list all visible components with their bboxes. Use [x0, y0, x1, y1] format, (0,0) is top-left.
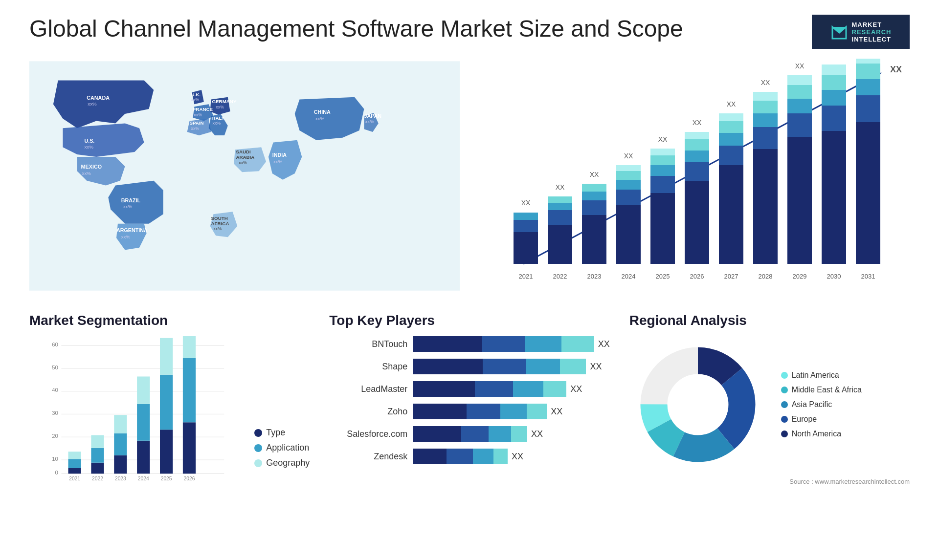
world-map-svg: CANADA xx% U.S. xx% MEXICO xx% BRAZIL xx…: [29, 59, 460, 293]
svg-text:2026: 2026: [690, 273, 704, 280]
svg-rect-79: [719, 113, 743, 121]
svg-text:10: 10: [52, 456, 58, 462]
svg-text:2025: 2025: [161, 476, 172, 481]
svg-text:2021: 2021: [69, 476, 80, 481]
svg-text:GERMANY: GERMANY: [212, 99, 237, 104]
svg-rect-92: [787, 85, 812, 99]
svg-rect-126: [68, 452, 81, 459]
svg-text:FRANCE: FRANCE: [193, 107, 213, 112]
svg-text:2031: 2031: [861, 273, 875, 280]
svg-text:SAUDI: SAUDI: [236, 149, 251, 154]
svg-text:30: 30: [52, 410, 58, 416]
reg-legend-mea: Middle East & Africa: [781, 386, 862, 394]
svg-text:ARABIA: ARABIA: [236, 154, 254, 160]
svg-text:xx%: xx%: [213, 226, 222, 231]
player-xx-bntouch: XX: [598, 339, 610, 349]
svg-rect-129: [91, 448, 104, 463]
svg-text:2029: 2029: [793, 273, 807, 280]
svg-rect-130: [91, 435, 104, 448]
svg-rect-55: [616, 190, 641, 205]
svg-text:SPAIN: SPAIN: [190, 120, 204, 126]
svg-rect-104: [856, 95, 880, 122]
svg-marker-1: [832, 27, 846, 33]
svg-rect-100: [822, 65, 846, 75]
source-text: Source : www.marketresearchintellect.com: [629, 478, 910, 485]
player-row: Zoho XX: [329, 404, 609, 419]
svg-rect-69: [685, 162, 709, 181]
svg-rect-72: [685, 132, 709, 139]
svg-rect-57: [616, 171, 641, 180]
svg-text:MEXICO: MEXICO: [81, 164, 102, 170]
svg-text:2026: 2026: [184, 476, 195, 481]
svg-text:xx%: xx%: [239, 160, 247, 165]
svg-text:60: 60: [52, 342, 58, 347]
svg-text:xx%: xx%: [191, 97, 199, 102]
player-name-leadmaster: LeadMaster: [329, 384, 407, 394]
northam-label: North America: [792, 430, 841, 438]
svg-rect-78: [719, 121, 743, 133]
svg-text:20: 20: [52, 433, 58, 439]
svg-rect-96: [822, 131, 846, 264]
svg-rect-65: [650, 149, 675, 155]
svg-text:XX: XX: [727, 100, 736, 108]
player-row: LeadMaster XX: [329, 381, 609, 397]
svg-text:XX: XX: [556, 183, 565, 191]
logo-box: MARKET RESEARCH INTELLECT: [812, 15, 910, 49]
svg-rect-91: [787, 99, 812, 113]
bar-chart-svg: XX 2021 XX 2022 XX 2023: [479, 59, 910, 293]
svg-text:XX: XX: [590, 171, 599, 178]
svg-text:XX: XX: [693, 119, 702, 127]
svg-text:ARGENTINA: ARGENTINA: [116, 227, 148, 233]
player-xx-zoho: XX: [551, 407, 562, 417]
asia-dot: [781, 401, 788, 408]
svg-rect-134: [114, 415, 127, 433]
regional-title: Regional Analysis: [629, 313, 910, 328]
svg-rect-48: [582, 215, 606, 264]
reg-legend-latin: Latin America: [781, 371, 862, 380]
players-list: BNTouch XX Shape: [329, 336, 609, 464]
svg-rect-137: [137, 404, 150, 441]
svg-rect-43: [548, 210, 572, 225]
svg-text:2022: 2022: [92, 476, 103, 481]
market-segmentation-area: Market Segmentation 60 50 40 30 20 10 0: [29, 313, 310, 483]
svg-text:XX: XX: [658, 135, 668, 143]
svg-text:U.S.: U.S.: [84, 138, 94, 144]
svg-rect-37: [514, 232, 538, 264]
svg-text:xx%: xx%: [216, 105, 224, 109]
svg-rect-75: [719, 165, 743, 264]
svg-rect-93: [787, 75, 812, 85]
svg-rect-62: [650, 176, 675, 193]
geo-label: Geography: [266, 458, 310, 468]
legend-type: Type: [254, 428, 310, 438]
svg-text:2022: 2022: [553, 273, 567, 280]
svg-text:INDIA: INDIA: [272, 152, 287, 158]
player-bar-leadmaster: XX: [413, 381, 609, 397]
svg-text:CHINA: CHINA: [314, 109, 331, 115]
svg-rect-64: [650, 155, 675, 165]
asia-label: Asia Pacific: [792, 400, 832, 409]
svg-rect-42: [548, 225, 572, 264]
svg-rect-86: [753, 92, 778, 101]
players-title: Top Key Players: [329, 313, 609, 328]
player-row: BNTouch XX: [329, 336, 609, 352]
svg-text:2028: 2028: [759, 273, 773, 280]
svg-text:xx%: xx%: [194, 112, 202, 117]
svg-rect-44: [548, 203, 572, 210]
player-xx-zendesk: XX: [512, 452, 523, 462]
svg-rect-103: [856, 122, 880, 264]
svg-text:xx%: xx%: [84, 144, 93, 150]
reg-legend-europe: Europe: [781, 415, 862, 424]
svg-rect-71: [685, 139, 709, 151]
svg-rect-38: [514, 220, 538, 232]
svg-text:xx%: xx%: [123, 204, 133, 209]
svg-rect-85: [753, 101, 778, 113]
player-xx-leadmaster: XX: [570, 384, 582, 394]
svg-text:2027: 2027: [724, 273, 738, 280]
seg-content: 60 50 40 30 20 10 0: [29, 336, 310, 483]
svg-rect-107: [856, 59, 880, 64]
page-title: Global Channel Management Software Marke…: [29, 15, 683, 43]
svg-rect-128: [91, 463, 104, 474]
svg-rect-145: [183, 358, 196, 422]
svg-text:2024: 2024: [138, 476, 149, 481]
svg-text:xx%: xx%: [82, 171, 91, 176]
